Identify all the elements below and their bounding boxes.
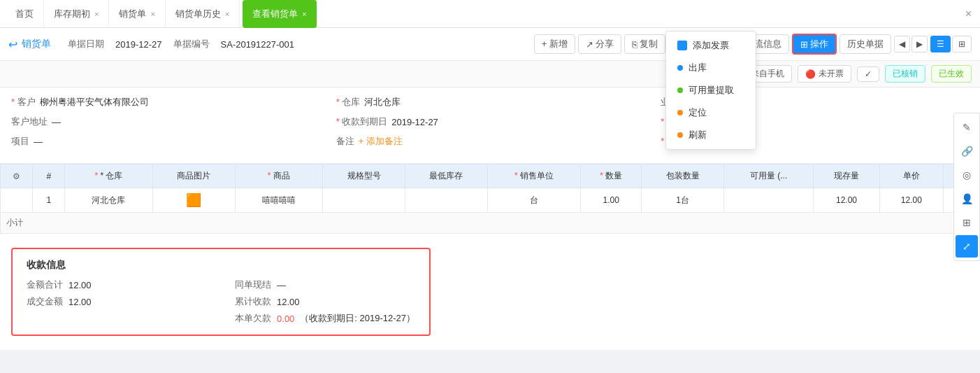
doc-type-icon: ↩	[8, 38, 17, 51]
total-amount-row: 金额合计 12.00	[27, 279, 207, 291]
tab-home[interactable]: 首页	[6, 0, 44, 28]
ticket-icon: 🔴	[805, 69, 816, 79]
project-field: 项目 —	[11, 135, 319, 148]
outbound-item[interactable]: 出库	[666, 57, 756, 79]
not-open-ticket-button[interactable]: 🔴 未开票	[798, 65, 851, 83]
due-date-text: （收款到期日: 2019-12-27）	[300, 312, 415, 325]
doc-date-label: 单据日期	[68, 38, 104, 50]
col-unit: * 销售单位	[487, 164, 580, 188]
verified-check-button[interactable]: ✓	[857, 66, 879, 82]
customer-value: 柳州粤港平安气体有限公司	[40, 96, 149, 108]
available-dot	[677, 87, 683, 93]
sidebar-edit-icon[interactable]: ✎	[956, 116, 978, 139]
payment-box: 收款信息 金额合计 12.00 同单现结 — 成交金额 12.00 累计收款 1…	[11, 248, 431, 336]
doc-number-label: 单据编号	[173, 38, 210, 50]
tab-inventory-close[interactable]: ×	[94, 10, 99, 18]
share-button[interactable]: ↗ 分享	[578, 34, 621, 54]
new-button[interactable]: + 新增	[534, 34, 575, 54]
transaction-row: 成交金额 12.00	[27, 295, 207, 308]
tab-sales-history[interactable]: 销货单历史 ×	[166, 0, 240, 28]
share-icon: ↗	[586, 39, 593, 50]
sidebar-link-icon[interactable]: 🔗	[956, 140, 978, 162]
sidebar-table-icon[interactable]: ⊞	[956, 211, 978, 234]
add-note-button[interactable]: 添加备注	[359, 135, 403, 148]
accumulated-value: 12.00	[277, 297, 300, 307]
view-toggle: ☰ ⊞	[930, 36, 972, 52]
tab-sales[interactable]: 销货单 ×	[109, 0, 165, 28]
tab-view-sales-close[interactable]: ×	[302, 10, 306, 18]
col-min-stock: 最低库存	[405, 164, 488, 188]
payment-grid: 金额合计 12.00 同单现结 — 成交金额 12.00 累计收款 12.00	[27, 279, 415, 325]
view-list-button[interactable]: ☰	[930, 36, 951, 52]
warehouse-label: 仓库	[336, 96, 361, 108]
tab-sales-history-close[interactable]: ×	[225, 10, 229, 18]
products-table: ⚙ # * * 仓库 商品图片 * 商品 规格型号 最低库存 * 销售单位 * …	[0, 164, 980, 234]
address-field: 客户地址 —	[11, 115, 319, 128]
doc-number-value: SA-20191227-001	[221, 39, 295, 50]
view-grid-button[interactable]: ⊞	[952, 36, 972, 52]
tab-inventory[interactable]: 库存期初 ×	[44, 0, 109, 28]
add-invoice-item[interactable]: 添加发票	[666, 34, 756, 57]
locate-dot	[677, 110, 683, 115]
accumulated-label: 累计收款	[235, 295, 271, 308]
tab-view-sales[interactable]: 查看销货单 ×	[243, 0, 317, 28]
product-image: 🟧	[186, 193, 201, 207]
subtotal-row: 小计	[1, 213, 980, 234]
tab-sales-close[interactable]: ×	[150, 10, 154, 18]
customer-label: 客户	[11, 96, 36, 108]
accumulated-row: 累计收款 12.00	[235, 295, 415, 308]
operations-dropdown: 添加发票 出库 可用量提取 定位 刷新	[665, 31, 756, 150]
outbound-dot	[677, 65, 683, 71]
payment-title: 收款信息	[27, 259, 415, 272]
operations-button[interactable]: ⊞ 操作	[792, 34, 837, 55]
toolbar: ↩ 销货单 单据日期 2019-12-27 单据编号 SA-20191227-0…	[0, 28, 980, 61]
col-available: 可用量 (...	[724, 164, 814, 188]
available-fetch-item[interactable]: 可用量提取	[666, 79, 756, 101]
sidebar-user-icon[interactable]: 👤	[956, 188, 978, 210]
doc-meta: 单据日期 2019-12-27 单据编号 SA-20191227-001	[68, 38, 528, 50]
this-order-value: 0.00	[277, 314, 294, 324]
col-gear[interactable]: ⚙	[1, 164, 33, 188]
right-sidebar: ✎ 🔗 ◎ 👤 ⊞ ⤢	[953, 113, 980, 261]
doc-type-label: 销货单	[22, 38, 51, 50]
warehouse-value: 河北仓库	[364, 96, 401, 108]
form-row-2: 客户地址 — 收款到期日 2019-12-27 票据类型 不开票	[11, 115, 969, 128]
prev-button[interactable]: ◀	[894, 36, 910, 52]
payment-date-label: 收款到期日	[336, 115, 388, 128]
col-unit-price: 单价	[879, 164, 943, 188]
col-qty: * 数量	[581, 164, 642, 188]
this-order-row	[27, 312, 207, 325]
payment-section: 收款信息 金额合计 12.00 同单现结 — 成交金额 12.00 累计收款 1…	[0, 234, 980, 350]
sidebar-expand-icon[interactable]: ⤢	[956, 235, 978, 258]
main-content: ↩ 销货单 单据日期 2019-12-27 单据编号 SA-20191227-0…	[0, 28, 980, 350]
address-value: —	[52, 117, 61, 127]
project-value: —	[34, 136, 43, 147]
payment-date-value: 2019-12-27	[391, 117, 438, 127]
transaction-label: 成交金额	[27, 295, 63, 308]
next-button[interactable]: ▶	[911, 36, 928, 52]
history-button[interactable]: 历史单据	[840, 34, 891, 54]
address-label: 客户地址	[11, 115, 48, 128]
check-icon: ✓	[865, 69, 872, 79]
same-order-row: 同单现结 —	[235, 279, 415, 291]
operations-icon: ⊞	[800, 39, 808, 50]
table-section: ⚙ # * * 仓库 商品图片 * 商品 规格型号 最低库存 * 销售单位 * …	[0, 164, 980, 234]
form-section: 客户 柳州粤港平安气体有限公司 仓库 河北仓库 业务员 演示账号 客户地址 — …	[0, 87, 980, 164]
tab-bar: 首页 库存期初 × 销货单 × 销货单历史 × 查看销货单 × ×	[0, 0, 980, 28]
customer-field: 客户 柳州粤港平安气体有限公司	[11, 96, 319, 108]
copy-button[interactable]: ⎘ 复制	[624, 34, 665, 54]
locate-item[interactable]: 定位	[666, 101, 756, 124]
close-all-tabs[interactable]: ×	[965, 8, 972, 20]
refresh-item[interactable]: 刷新	[666, 124, 756, 146]
col-stock: 现存量	[814, 164, 880, 188]
table-row: 1 河北仓库 🟧 嘻嘻嘻嘻 台 1.00 1台 12.00 12.00 0.	[1, 188, 980, 213]
refresh-dot	[677, 132, 683, 138]
payment-date-field: 收款到期日 2019-12-27	[336, 115, 644, 128]
doc-date-value: 2019-12-27	[115, 39, 162, 50]
this-order-full-row: 本单欠款 0.00 （收款到期日: 2019-12-27）	[235, 312, 415, 325]
sidebar-circle-icon[interactable]: ◎	[956, 164, 978, 186]
warehouse-field: 仓库 河北仓库	[336, 96, 644, 108]
form-row-1: 客户 柳州粤港平安气体有限公司 仓库 河北仓库 业务员 演示账号	[11, 96, 969, 108]
col-seq: #	[33, 164, 65, 188]
col-pack-qty: 包装数量	[642, 164, 724, 188]
